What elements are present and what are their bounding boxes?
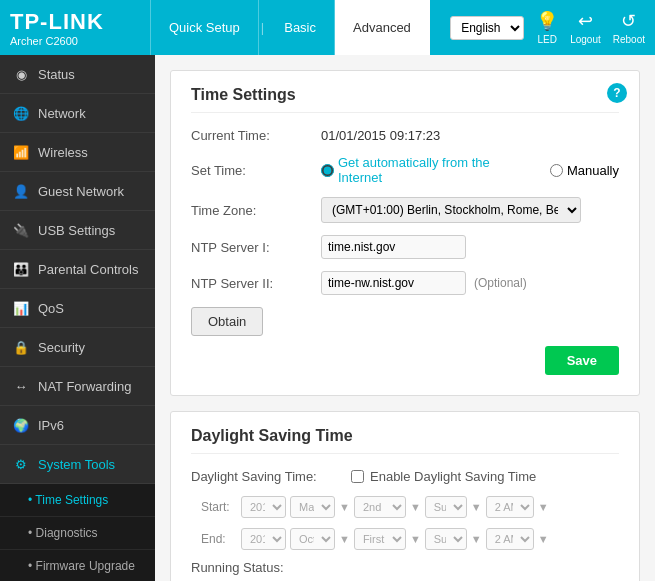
manual-radio-label[interactable]: Manually bbox=[550, 163, 619, 178]
logo-area: TP-LINK Archer C2600 bbox=[10, 9, 150, 47]
dst-end-year[interactable]: 2015 bbox=[241, 528, 286, 550]
dst-start-week[interactable]: 2nd bbox=[354, 496, 406, 518]
sidebar-item-parental-controls[interactable]: 👪 Parental Controls bbox=[0, 250, 155, 289]
help-button[interactable]: ? bbox=[607, 83, 627, 103]
dst-start-month[interactable]: Mar bbox=[290, 496, 335, 518]
dst-start-label: Start: bbox=[191, 500, 241, 514]
dst-end-month-arrow: ▼ bbox=[339, 533, 350, 545]
dst-checkbox-text: Enable Daylight Saving Time bbox=[370, 469, 536, 484]
dst-end-row: End: 2015 Oct ▼ First ▼ Sun bbox=[191, 528, 619, 550]
ntp1-input[interactable] bbox=[321, 235, 466, 259]
parental-icon: 👪 bbox=[12, 260, 30, 278]
dst-start-day[interactable]: Sun bbox=[425, 496, 467, 518]
running-status-row: Running Status: bbox=[191, 560, 619, 575]
tab-basic[interactable]: Basic bbox=[266, 0, 335, 55]
reboot-btn[interactable]: ↺ Reboot bbox=[613, 10, 645, 45]
sidebar-item-security[interactable]: 🔒 Security bbox=[0, 328, 155, 367]
logout-icon: ↩ bbox=[578, 10, 593, 32]
network-icon: 🌐 bbox=[12, 104, 30, 122]
time-settings-title: Time Settings bbox=[191, 86, 619, 113]
sidebar-item-guest-network[interactable]: 👤 Guest Network bbox=[0, 172, 155, 211]
manual-radio-text: Manually bbox=[567, 163, 619, 178]
timezone-select[interactable]: (GMT+01:00) Berlin, Stockholm, Rome, Ber… bbox=[321, 197, 581, 223]
sidebar: ◉ Status 🌐 Network 📶 Wireless 👤 Guest Ne… bbox=[0, 55, 155, 581]
dst-end-label: End: bbox=[191, 532, 241, 546]
obtain-button[interactable]: Obtain bbox=[191, 307, 263, 336]
security-icon: 🔒 bbox=[12, 338, 30, 356]
sidebar-label-ipv6: IPv6 bbox=[38, 418, 64, 433]
sidebar-item-system-tools[interactable]: ⚙ System Tools bbox=[0, 445, 155, 484]
language-select[interactable]: English bbox=[450, 16, 524, 40]
sidebar-label-usb: USB Settings bbox=[38, 223, 115, 238]
dst-start-time[interactable]: 2 AM bbox=[486, 496, 534, 518]
ntp2-input[interactable] bbox=[321, 271, 466, 295]
sidebar-item-wireless[interactable]: 📶 Wireless bbox=[0, 133, 155, 172]
time-save-button[interactable]: Save bbox=[545, 346, 619, 375]
dst-checkbox[interactable] bbox=[351, 470, 364, 483]
tab-quick-setup[interactable]: Quick Setup bbox=[150, 0, 259, 55]
dst-end-month[interactable]: Oct bbox=[290, 528, 335, 550]
dst-label: Daylight Saving Time: bbox=[191, 469, 351, 484]
time-save-row: Save bbox=[191, 346, 619, 375]
manual-radio[interactable] bbox=[550, 164, 563, 177]
sidebar-item-network[interactable]: 🌐 Network bbox=[0, 94, 155, 133]
sidebar-item-qos[interactable]: 📊 QoS bbox=[0, 289, 155, 328]
logo-tp: TP-LINK bbox=[10, 9, 150, 35]
current-time-label: Current Time: bbox=[191, 128, 321, 143]
sidebar-item-usb-settings[interactable]: 🔌 USB Settings bbox=[0, 211, 155, 250]
led-icon: 💡 bbox=[536, 10, 558, 32]
dst-end-selects: 2015 Oct ▼ First ▼ Sun ▼ 2 AM bbox=[241, 528, 549, 550]
sidebar-label-qos: QoS bbox=[38, 301, 64, 316]
logo-model: Archer C2600 bbox=[10, 35, 150, 47]
dst-end-day[interactable]: Sun bbox=[425, 528, 467, 550]
dst-end-week-arrow: ▼ bbox=[410, 533, 421, 545]
header: TP-LINK Archer C2600 Quick Setup | Basic… bbox=[0, 0, 655, 55]
main-content: Time Settings ? Current Time: 01/01/2015… bbox=[155, 55, 655, 581]
set-time-label: Set Time: bbox=[191, 163, 321, 178]
dst-start-day-arrow: ▼ bbox=[471, 501, 482, 513]
current-time-value: 01/01/2015 09:17:23 bbox=[321, 128, 619, 143]
header-right: English 💡 LED ↩ Logout ↺ Reboot bbox=[450, 10, 645, 45]
nat-icon: ↔ bbox=[12, 377, 30, 395]
dst-enable-row: Daylight Saving Time: Enable Daylight Sa… bbox=[191, 469, 619, 484]
sidebar-label-system-tools: System Tools bbox=[38, 457, 115, 472]
wireless-icon: 📶 bbox=[12, 143, 30, 161]
dst-end-time[interactable]: 2 AM bbox=[486, 528, 534, 550]
dst-start-week-arrow: ▼ bbox=[410, 501, 421, 513]
system-tools-icon: ⚙ bbox=[12, 455, 30, 473]
usb-icon: 🔌 bbox=[12, 221, 30, 239]
status-icon: ◉ bbox=[12, 65, 30, 83]
set-time-row: Set Time: Get automatically from the Int… bbox=[191, 155, 619, 185]
sidebar-item-ipv6[interactable]: 🌍 IPv6 bbox=[0, 406, 155, 445]
ntp2-row: NTP Server II: (Optional) bbox=[191, 271, 619, 295]
dst-start-year[interactable]: 2015 bbox=[241, 496, 286, 518]
timezone-row: Time Zone: (GMT+01:00) Berlin, Stockholm… bbox=[191, 197, 619, 223]
auto-radio[interactable] bbox=[321, 164, 334, 177]
sidebar-subitem-firmware-upgrade[interactable]: Firmware Upgrade bbox=[0, 550, 155, 581]
sidebar-sub-menu: Time Settings Diagnostics Firmware Upgra… bbox=[0, 484, 155, 581]
layout: ◉ Status 🌐 Network 📶 Wireless 👤 Guest Ne… bbox=[0, 55, 655, 581]
auto-radio-text: Get automatically from the Internet bbox=[338, 155, 535, 185]
daylight-saving-section: Daylight Saving Time Daylight Saving Tim… bbox=[170, 411, 640, 581]
sidebar-label-guest-network: Guest Network bbox=[38, 184, 124, 199]
daylight-saving-title: Daylight Saving Time bbox=[191, 427, 619, 454]
auto-radio-label[interactable]: Get automatically from the Internet bbox=[321, 155, 535, 185]
dst-start-row: Start: 2015 Mar ▼ 2nd ▼ Sun bbox=[191, 496, 619, 518]
running-status-label: Running Status: bbox=[191, 560, 321, 575]
sidebar-item-nat-forwarding[interactable]: ↔ NAT Forwarding bbox=[0, 367, 155, 406]
dst-end-day-arrow: ▼ bbox=[471, 533, 482, 545]
sidebar-label-security: Security bbox=[38, 340, 85, 355]
dst-start-time-arrow: ▼ bbox=[538, 501, 549, 513]
ntp2-label: NTP Server II: bbox=[191, 276, 321, 291]
sidebar-subitem-diagnostics[interactable]: Diagnostics bbox=[0, 517, 155, 550]
reboot-icon: ↺ bbox=[621, 10, 636, 32]
tab-advanced[interactable]: Advanced bbox=[335, 0, 430, 55]
dst-checkbox-label[interactable]: Enable Daylight Saving Time bbox=[351, 469, 536, 484]
sidebar-subitem-time-settings[interactable]: Time Settings bbox=[0, 484, 155, 517]
logout-btn[interactable]: ↩ Logout bbox=[570, 10, 601, 45]
sidebar-item-status[interactable]: ◉ Status bbox=[0, 55, 155, 94]
dst-start-selects: 2015 Mar ▼ 2nd ▼ Sun ▼ 2 AM bbox=[241, 496, 549, 518]
dst-end-week[interactable]: First bbox=[354, 528, 406, 550]
current-time-row: Current Time: 01/01/2015 09:17:23 bbox=[191, 128, 619, 143]
led-icon-btn[interactable]: 💡 LED bbox=[536, 10, 558, 45]
